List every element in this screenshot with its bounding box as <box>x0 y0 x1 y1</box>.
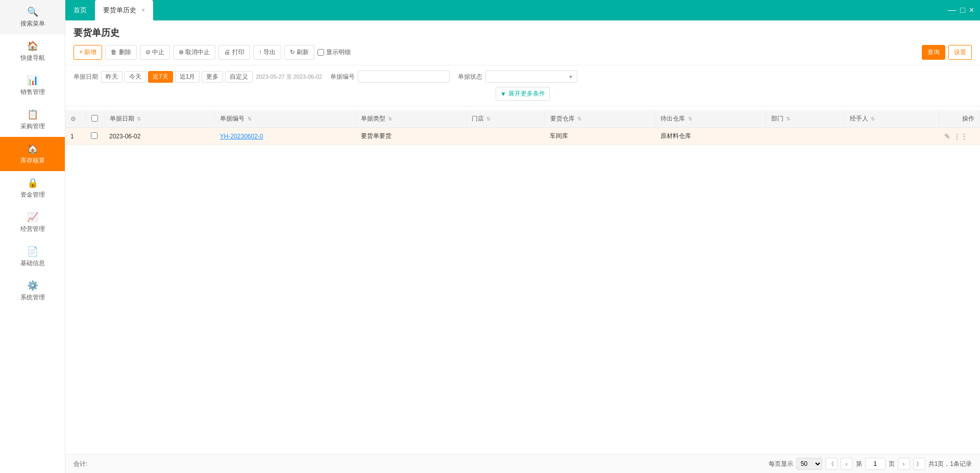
col-handler-label: 经手人 <box>850 115 868 122</box>
query-button[interactable]: 查询 <box>922 45 945 60</box>
date-btn-yesterday[interactable]: 昨天 <box>101 71 122 83</box>
settings-icon[interactable]: ⚙ <box>70 115 76 123</box>
col-store-label: 门店 <box>472 115 484 122</box>
print-button[interactable]: 🖨 打印 <box>218 45 250 60</box>
sidebar-item-purchase[interactable]: 📋 采购管理 <box>0 103 65 137</box>
main-area: 首页 要货单历史 × — □ × 要货单历史 + 新增 🗑 删除 ⊘ 中止 ⊗ … <box>65 0 980 473</box>
sort-req-warehouse-icon[interactable]: ⇅ <box>577 116 581 122</box>
th-handler: 经手人 ⇅ <box>844 110 939 128</box>
sort-order-type-icon[interactable]: ⇅ <box>388 116 392 122</box>
expand-filter-button[interactable]: ▼ 展开更多条件 <box>496 87 550 101</box>
col-order-type-label: 单据类型 <box>361 115 385 122</box>
per-page-label: 每页显示 <box>769 460 793 468</box>
col-department-label: 部门 <box>771 115 783 122</box>
sort-pending-warehouse-icon[interactable]: ⇅ <box>688 116 692 122</box>
date-btn-today[interactable]: 今天 <box>125 71 146 83</box>
sort-date-icon[interactable]: ⇅ <box>137 116 141 122</box>
restore-button[interactable]: □ <box>960 6 965 15</box>
date-btn-more[interactable]: 更多 <box>202 71 223 83</box>
sort-store-icon[interactable]: ⇅ <box>486 116 491 122</box>
date-btn-1month[interactable]: 近1月 <box>175 71 200 83</box>
active-tab-label: 要货单历史 <box>103 6 136 15</box>
pagination-summary: 共1页，1条记录 <box>928 460 972 468</box>
sidebar-item-basic-info[interactable]: 📄 基础信息 <box>0 240 65 274</box>
th-store: 门店 ⇅ <box>466 110 545 128</box>
sort-handler-icon[interactable]: ⇅ <box>871 116 875 122</box>
th-order-no: 单据编号 ⇅ <box>215 110 356 128</box>
cancel-stop-button[interactable]: ⊗ 取消中止 <box>173 45 215 60</box>
more-icon[interactable]: ⋮⋮ <box>953 132 968 140</box>
tab-active[interactable]: 要货单历史 × <box>95 0 153 20</box>
sidebar-item-quick-nav[interactable]: 🏠 快捷导航 <box>0 34 65 68</box>
select-all-checkbox[interactable] <box>91 115 98 122</box>
last-page-button[interactable]: 》 <box>913 458 925 470</box>
date-btn-custom[interactable]: 自定义 <box>225 71 253 83</box>
sidebar-item-label: 库存核算 <box>20 156 45 165</box>
first-page-button[interactable]: 《 <box>825 458 838 470</box>
expand-row: ▼ 展开更多条件 <box>74 87 972 101</box>
order-no-input[interactable] <box>358 70 450 83</box>
per-page-select[interactable]: 50 10 20 100 <box>796 458 822 470</box>
sidebar-item-finance[interactable]: 🔒 资金管理 <box>0 171 65 205</box>
status-label: 单据状态 <box>458 73 482 81</box>
filter-order-no: 单据编号 <box>330 70 450 83</box>
col-date-label: 单据日期 <box>110 115 134 122</box>
toolbar: + 新增 🗑 删除 ⊘ 中止 ⊗ 取消中止 🖨 打印 ↑ 导出 ↻ 刷新 显示明… <box>74 45 972 65</box>
status-select[interactable] <box>485 70 577 83</box>
cell-order-no: YH-20230602-0 <box>215 128 356 145</box>
prev-page-button[interactable]: ‹ <box>841 458 853 470</box>
stop-button[interactable]: ⊘ 中止 <box>140 45 170 60</box>
cell-index: 1 <box>65 128 86 145</box>
table-header-row: ⚙ 单据日期 ⇅ 单据编号 ⇅ <box>65 110 980 128</box>
tab-close-button[interactable]: × <box>141 7 145 14</box>
sidebar-item-search-menu[interactable]: 🔍 搜索菜单 <box>0 0 65 34</box>
th-operation: 操作 <box>939 110 980 128</box>
refresh-button[interactable]: ↻ 刷新 <box>284 45 314 60</box>
page-label: 第 <box>856 460 862 468</box>
purchase-icon: 📋 <box>27 109 38 120</box>
pagination: 每页显示 50 10 20 100 《 ‹ 第 页 › 》 共1页，1条记录 <box>769 458 972 470</box>
export-button[interactable]: ↑ 导出 <box>253 45 281 60</box>
filter-date: 单据日期 昨天 今天 近7天 近1月 更多 自定义 2023-05-27 至 2… <box>74 71 322 83</box>
cell-req-warehouse: 车间库 <box>545 128 655 145</box>
next-page-button[interactable]: › <box>898 458 910 470</box>
show-detail-label: 显示明细 <box>326 48 351 57</box>
filter-area: 单据日期 昨天 今天 近7天 近1月 更多 自定义 2023-05-27 至 2… <box>65 65 980 106</box>
order-no-link[interactable]: YH-20230602-0 <box>220 133 263 140</box>
page-title: 要货单历史 <box>74 27 972 39</box>
date-btn-7days[interactable]: 近7天 <box>148 71 173 83</box>
th-checkbox <box>86 110 104 128</box>
show-detail-checkbox[interactable] <box>317 49 324 56</box>
minimize-button[interactable]: — <box>948 6 956 15</box>
toolbar-right: 查询 设置 <box>922 45 972 60</box>
sidebar-item-system[interactable]: ⚙️ 系统管理 <box>0 274 65 308</box>
table-row: 1 2023-06-02 YH-20230602-0 要货单要货 车间库 原材料… <box>65 128 980 145</box>
edit-icon[interactable]: ✎ <box>944 132 950 140</box>
cell-department <box>766 128 845 145</box>
sort-order-no-icon[interactable]: ⇅ <box>248 116 252 122</box>
close-button[interactable]: × <box>969 6 974 15</box>
date-range-display: 2023-05-27 至 2023-06-02 <box>256 73 322 81</box>
basic-info-icon: 📄 <box>27 246 38 257</box>
expand-btn-label: 展开更多条件 <box>508 89 545 98</box>
filter-row-1: 单据日期 昨天 今天 近7天 近1月 更多 自定义 2023-05-27 至 2… <box>74 70 972 83</box>
col-req-warehouse-label: 要货仓库 <box>550 115 575 122</box>
col-order-no-label: 单据编号 <box>220 115 244 122</box>
delete-button[interactable]: 🗑 删除 <box>105 45 136 60</box>
add-button[interactable]: + 新增 <box>74 45 102 60</box>
sidebar-item-operations[interactable]: 📈 经营管理 <box>0 205 65 240</box>
row-checkbox[interactable] <box>91 132 97 139</box>
col-pending-warehouse-label: 待出仓库 <box>660 115 685 122</box>
sidebar-item-inventory[interactable]: 🏠 库存核算 <box>0 137 65 171</box>
cell-pending-warehouse: 原材料仓库 <box>655 128 766 145</box>
tab-home[interactable]: 首页 <box>65 0 95 20</box>
show-detail-checkbox-label[interactable]: 显示明细 <box>317 48 351 57</box>
sidebar-item-sales[interactable]: 📊 销售管理 <box>0 68 65 103</box>
th-req-warehouse: 要货仓库 ⇅ <box>545 110 655 128</box>
th-order-type: 单据类型 ⇅ <box>356 110 467 128</box>
settings-button[interactable]: 设置 <box>948 45 972 60</box>
th-settings: ⚙ <box>65 110 86 128</box>
sidebar-item-label: 基础信息 <box>20 259 45 268</box>
page-number-input[interactable] <box>865 458 886 470</box>
sort-department-icon[interactable]: ⇅ <box>786 116 790 122</box>
